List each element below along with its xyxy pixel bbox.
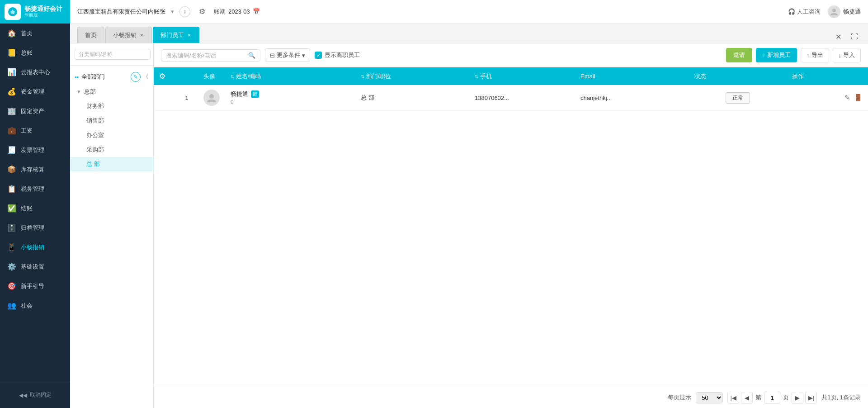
- sidebar-item-social[interactable]: 👥 社会: [0, 296, 70, 315]
- sidebar-item-label: 新手引导: [21, 282, 44, 290]
- tab-department-label: 部门员工: [160, 31, 184, 39]
- td-actions: ✎ 🚪: [787, 85, 868, 111]
- export-btn[interactable]: ↑ 导出: [801, 48, 829, 62]
- archive-icon: 🗄️: [7, 223, 16, 232]
- sidebar-item-label: 云报表中心: [21, 68, 50, 76]
- col-name[interactable]: ⇅ 姓名/编码: [225, 67, 355, 85]
- page-last-btn[interactable]: ▶|: [805, 392, 817, 403]
- td-settings: [154, 85, 175, 111]
- calendar-icon[interactable]: 📅: [253, 8, 260, 15]
- settings-gear-icon[interactable]: ⚙: [159, 72, 165, 80]
- sidebar-item-funds[interactable]: 💰 资金管理: [0, 82, 70, 101]
- sort-icon-phone: ⇅: [475, 74, 478, 79]
- dept-edit-icon[interactable]: ✎: [131, 72, 141, 82]
- page-current-input[interactable]: [764, 392, 780, 403]
- sidebar-item-ledger[interactable]: 📒 总账: [0, 43, 70, 62]
- add-employee-btn[interactable]: + 新增员工: [756, 48, 797, 62]
- company-dropdown-icon[interactable]: ▾: [171, 8, 174, 15]
- dept-item-finance[interactable]: 财务部: [70, 99, 153, 114]
- svg-text:会: 会: [10, 9, 15, 14]
- sidebar-item-checkout[interactable]: ✅ 结账: [0, 199, 70, 218]
- sidebar-item-settings[interactable]: ⚙️ 基础设置: [0, 257, 70, 276]
- sidebar-item-expense[interactable]: 📱 小畅报销: [0, 237, 70, 257]
- toolbar-right: 邀请 + 新增员工 ↑ 导出 ↓ 导入: [726, 48, 861, 62]
- topbar-settings-icon[interactable]: ⚙: [196, 5, 208, 18]
- filter-btn[interactable]: ⊟ 更多条件 ▾: [265, 48, 310, 62]
- sidebar-item-guide[interactable]: 🎯 新手引导: [0, 276, 70, 296]
- dept-item-label: 总部: [84, 88, 96, 95]
- sidebar-item-archive[interactable]: 🗄️ 归档管理: [0, 218, 70, 237]
- left-panel: 🔍 ▪▪ 全部部门 ✎ 《 ▾ 总部: [70, 43, 154, 408]
- dept-item-general[interactable]: 总 部: [70, 157, 153, 171]
- dept-collapse-icon[interactable]: 《: [142, 73, 149, 81]
- social-icon: 👥: [7, 301, 16, 310]
- inventory-icon: 📦: [7, 165, 16, 174]
- dept-tree: ▪▪ 全部部门 ✎ 《 ▾ 总部 财务部 销售部: [70, 66, 153, 408]
- import-btn[interactable]: ↓ 导入: [833, 48, 861, 62]
- page-next-btn[interactable]: ▶: [792, 392, 803, 403]
- invite-btn[interactable]: 邀请: [726, 48, 752, 62]
- company-name[interactable]: 江西服宝精品有限责任公司内账张: [77, 8, 165, 16]
- cancel-fixed-btn[interactable]: ◀◀ 取消固定: [0, 387, 70, 403]
- col-index: [175, 67, 198, 85]
- show-resigned-checkbox[interactable]: ✓: [315, 52, 322, 59]
- search-icon[interactable]: 🔍: [248, 52, 255, 59]
- show-resigned-label: 显示离职员工: [325, 51, 360, 59]
- dept-item-office[interactable]: 办公室: [70, 128, 153, 142]
- sidebar-item-tax[interactable]: 📋 税务管理: [0, 179, 70, 199]
- sidebar-item-home[interactable]: 🏠 首页: [0, 24, 70, 43]
- col-settings[interactable]: ⚙: [154, 67, 175, 85]
- logout-icon[interactable]: 🚪: [854, 94, 863, 102]
- dept-item-headquarters[interactable]: ▾ 总部: [70, 85, 153, 99]
- user-info[interactable]: 畅捷通: [828, 5, 861, 18]
- pagination-bar: 每页显示 50 10 20 100 |◀ ◀ 第 页 ▶ ▶| 共1页, 1条记…: [154, 387, 868, 408]
- grid-icon: ▪▪: [75, 74, 79, 81]
- sidebar-item-assets[interactable]: 🏢 固定资产: [0, 101, 70, 121]
- period-value: 2023-03: [228, 8, 250, 15]
- col-avatar: 头像: [198, 67, 225, 85]
- tab-department[interactable]: 部门员工 ×: [153, 27, 199, 43]
- customer-service-btn[interactable]: 🎧 人工咨询: [788, 8, 821, 16]
- td-dept: 总 部: [355, 85, 469, 111]
- add-company-btn[interactable]: +: [179, 6, 190, 17]
- all-dept-header[interactable]: ▪▪ 全部部门 ✎ 《: [70, 69, 153, 85]
- tab-close-btn[interactable]: ✕: [832, 30, 844, 43]
- svg-point-2: [832, 9, 836, 12]
- tab-department-close[interactable]: ×: [187, 32, 192, 39]
- page-prev-btn[interactable]: ◀: [741, 392, 753, 403]
- col-dept[interactable]: ⇅ 部门/职位: [355, 67, 469, 85]
- employee-search-input[interactable]: [166, 52, 245, 59]
- edit-icon[interactable]: ✎: [844, 94, 850, 102]
- filter-dropdown-icon: ▾: [302, 52, 305, 59]
- sidebar-item-inventory[interactable]: 📦 库存核算: [0, 160, 70, 179]
- tab-expand-btn[interactable]: ⛶: [848, 30, 861, 43]
- sidebar-item-reports[interactable]: 📊 云报表中心: [0, 62, 70, 82]
- dept-sales-label: 销售部: [86, 117, 104, 124]
- import-icon: ↓: [839, 52, 842, 59]
- classify-search-input[interactable]: [75, 49, 151, 60]
- page-first-btn[interactable]: |◀: [727, 392, 739, 403]
- sort-icon-name: ⇅: [231, 74, 234, 79]
- page-di-label: 第: [755, 394, 761, 402]
- tab-home[interactable]: 首页: [77, 27, 104, 43]
- sidebar-item-salary[interactable]: 💼 工资: [0, 121, 70, 140]
- invoice-icon: 🧾: [7, 146, 16, 154]
- table-row: 1 畅捷通 部 0 总 部 138070602... chanjethkj...: [154, 85, 868, 111]
- right-panel: 🔍 ⊟ 更多条件 ▾ ✓ 显示离职员工 邀请 + 新增员工 ↑ 导出: [154, 43, 868, 408]
- sort-icon-dept: ⇅: [361, 74, 364, 79]
- sidebar-bottom: ◀◀ 取消固定: [0, 382, 70, 408]
- headset-icon: 🎧: [788, 8, 795, 15]
- sidebar-item-label: 税务管理: [21, 185, 44, 193]
- tab-expense[interactable]: 小畅报销 ×: [105, 27, 152, 43]
- sidebar-item-invoice[interactable]: 🧾 发票管理: [0, 140, 70, 160]
- show-resigned-toggle[interactable]: ✓ 显示离职员工: [315, 51, 360, 59]
- tab-expense-close[interactable]: ×: [139, 32, 144, 39]
- sidebar-item-label: 工资: [21, 127, 33, 135]
- page-size-select[interactable]: 50 10 20 100: [696, 392, 723, 403]
- col-status: 状态: [689, 67, 787, 85]
- dept-item-purchase[interactable]: 采购部: [70, 142, 153, 157]
- cancel-fixed-label: 取消固定: [30, 391, 52, 399]
- sidebar-item-label: 总账: [21, 49, 33, 57]
- col-phone[interactable]: ⇅ 手机: [469, 67, 575, 85]
- dept-item-sales[interactable]: 销售部: [70, 114, 153, 128]
